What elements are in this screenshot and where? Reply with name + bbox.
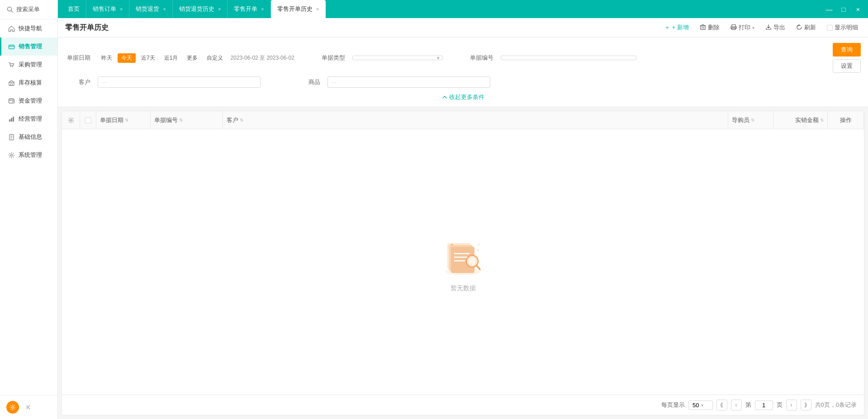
tab-close-icon[interactable]: ×	[316, 6, 319, 12]
sidebar-item-sys-mgmt[interactable]: 系统管理	[0, 146, 57, 164]
tab-sales-order[interactable]: 销售订单 ×	[86, 0, 129, 18]
page-label-pre: 第	[745, 401, 751, 409]
today-btn[interactable]: 今天	[118, 53, 136, 63]
page-number-input[interactable]	[755, 400, 773, 410]
sort-icon[interactable]: ⇅	[179, 118, 183, 122]
sidebar-item-label: 经营管理	[19, 115, 42, 123]
tab-close-icon[interactable]: ×	[120, 6, 123, 12]
sidebar-item-label: 资金管理	[19, 97, 42, 105]
last1month-btn[interactable]: 近1月	[161, 53, 182, 63]
sidebar-item-basic-info[interactable]: 基础信息	[0, 128, 57, 146]
th-checkbox[interactable]	[80, 111, 96, 129]
settings-gear-button[interactable]	[6, 401, 19, 414]
tab-retail-order[interactable]: 零售开单 ×	[228, 0, 270, 18]
filter-area: 单据日期 昨天 今天 近7天 近1月 更多 自定义 2023-06-02 至 2…	[58, 38, 868, 107]
select-all-checkbox[interactable]	[85, 117, 91, 123]
svg-rect-12	[9, 119, 10, 122]
customer-input[interactable]: ···	[98, 76, 261, 88]
next-page-button[interactable]: ›	[786, 400, 797, 410]
refresh-label: 刷新	[804, 24, 816, 32]
more-btn[interactable]: 更多	[183, 53, 201, 63]
window-close-button[interactable]: ×	[852, 3, 864, 15]
svg-rect-2	[9, 45, 14, 49]
filter-settings-button[interactable]: 设置	[833, 59, 861, 73]
first-page-button[interactable]: ⟪	[716, 400, 727, 410]
delete-button[interactable]: 删除	[697, 22, 722, 33]
per-page-select[interactable]: 50 ▾	[688, 400, 712, 410]
sidebar-item-label: 系统管理	[19, 151, 42, 159]
tab-label: 零售开单	[234, 5, 257, 13]
content-area: 单据日期 昨天 今天 近7天 近1月 更多 自定义 2023-06-02 至 2…	[58, 38, 868, 419]
sort-icon[interactable]: ⇅	[820, 118, 824, 122]
last7days-btn[interactable]: 近7天	[138, 53, 159, 63]
window-max-button[interactable]: □	[837, 3, 850, 15]
tab-home[interactable]: 首页	[62, 0, 86, 18]
export-label: 导出	[773, 24, 785, 32]
th-salesperson-label: 导购员	[732, 116, 749, 124]
sidebar-item-purchase-mgmt[interactable]: 采购管理	[0, 56, 57, 74]
prev-page-button[interactable]: ‹	[731, 400, 742, 410]
wallet-icon	[8, 97, 15, 104]
yesterday-btn[interactable]: 昨天	[98, 53, 116, 63]
sidebar-item-inventory[interactable]: 库存核算	[0, 74, 57, 92]
sidebar-item-finance[interactable]: 资金管理	[0, 92, 57, 110]
export-button[interactable]: 导出	[763, 22, 788, 33]
query-button[interactable]: 查询	[833, 43, 861, 56]
display-detail-button[interactable]: 显示明细	[824, 22, 861, 33]
tab-close-icon[interactable]: ×	[218, 6, 221, 12]
sidebar: 搜索采单 快捷导航 销售管理	[0, 0, 58, 419]
th-salesperson[interactable]: 导购员 ⇅	[728, 111, 773, 129]
order-type-select[interactable]: ▾	[352, 56, 443, 60]
order-no-input[interactable]	[501, 56, 636, 60]
tab-sales-return-history[interactable]: 销货退货历史 ×	[173, 0, 228, 18]
sidebar-item-sales-mgmt[interactable]: 销售管理	[0, 38, 57, 56]
print-label: 打印	[739, 24, 750, 32]
print-button[interactable]: 打印 ▾	[728, 22, 757, 33]
sidebar-item-label: 库存核算	[19, 79, 42, 87]
add-label: + 新增	[672, 24, 689, 32]
svg-rect-22	[701, 26, 705, 30]
window-min-button[interactable]: —	[823, 3, 835, 15]
svg-line-1	[11, 10, 13, 12]
sidebar-search[interactable]: 搜索采单	[0, 0, 57, 19]
per-page-value: 50	[693, 402, 699, 409]
sidebar-item-quick-nav[interactable]: 快捷导航	[0, 19, 57, 38]
tag-icon	[8, 43, 15, 50]
tab-close-icon[interactable]: ×	[261, 6, 264, 12]
tab-close-icon[interactable]: ×	[163, 6, 166, 12]
add-button[interactable]: ＋ + 新增	[661, 22, 692, 33]
tab-sales-return[interactable]: 销货退货 ×	[129, 0, 172, 18]
th-settings[interactable]	[62, 111, 80, 129]
goods-input[interactable]: ···	[327, 76, 490, 88]
th-customer[interactable]: 客户 ⇅	[223, 111, 728, 129]
collapse-filter-button[interactable]: 收起更多条件	[65, 91, 861, 103]
export-icon	[765, 24, 772, 32]
sidebar-item-label: 销售管理	[19, 42, 42, 51]
svg-point-7	[12, 66, 13, 67]
print-dropdown-icon[interactable]: ▾	[752, 25, 754, 30]
th-date[interactable]: 单据日期 ⇅	[96, 111, 151, 129]
svg-rect-13	[11, 118, 12, 122]
th-orderno[interactable]: 单据编号 ⇅	[151, 111, 223, 129]
sidebar-bottom	[0, 395, 57, 419]
sort-icon[interactable]: ⇅	[751, 118, 754, 122]
page-title: 零售开单历史	[65, 23, 109, 33]
refresh-button[interactable]: 刷新	[793, 22, 819, 33]
last-page-button[interactable]: ⟫	[801, 400, 811, 410]
sidebar-collapse-button[interactable]	[23, 401, 35, 414]
sort-icon[interactable]: ⇅	[125, 118, 128, 122]
chevron-up-icon	[442, 94, 447, 100]
cart-icon	[8, 61, 15, 68]
customer-filter-label: 客户	[65, 78, 90, 86]
svg-line-39	[476, 265, 480, 269]
th-amount[interactable]: 实销金额 ⇅	[773, 111, 828, 129]
collapse-label: 收起更多条件	[449, 93, 484, 101]
sidebar-item-label: 基础信息	[19, 133, 42, 141]
custom-btn[interactable]: 自定义	[203, 53, 227, 63]
tab-retail-order-history[interactable]: 零售开单历史 ×	[271, 0, 326, 18]
sort-icon[interactable]: ⇅	[240, 118, 243, 122]
sidebar-item-ops-mgmt[interactable]: 经营管理	[0, 110, 57, 128]
print-icon	[730, 24, 737, 32]
svg-point-29	[70, 119, 72, 121]
tab-label: 销售订单	[93, 5, 116, 13]
